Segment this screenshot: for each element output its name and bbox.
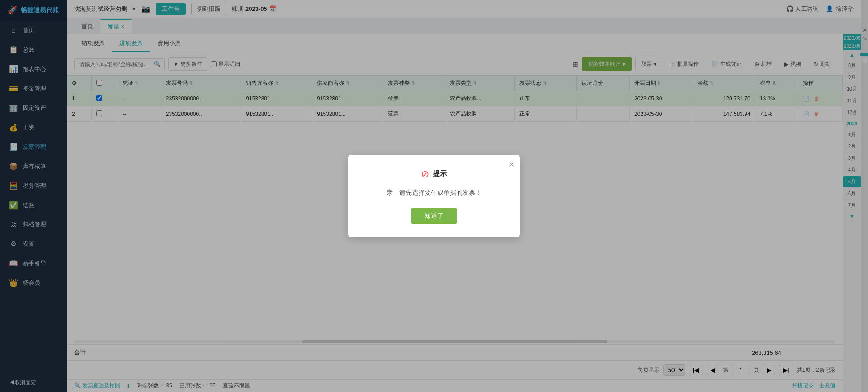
modal-box: ✕ ⊘ 提示 亲，请先选择要生成单据的发票！ 知道了 [348,155,520,237]
modal-close-btn[interactable]: ✕ [509,160,514,169]
modal-overlay: ✕ ⊘ 提示 亲，请先选择要生成单据的发票！ 知道了 [0,0,868,392]
modal-ok-button[interactable]: 知道了 [411,208,457,224]
modal-title: 提示 [433,169,447,179]
modal-title-row: ⊘ 提示 [366,168,502,180]
modal-warn-icon: ⊘ [421,168,429,180]
modal-message: 亲，请先选择要生成单据的发票！ [366,187,502,197]
